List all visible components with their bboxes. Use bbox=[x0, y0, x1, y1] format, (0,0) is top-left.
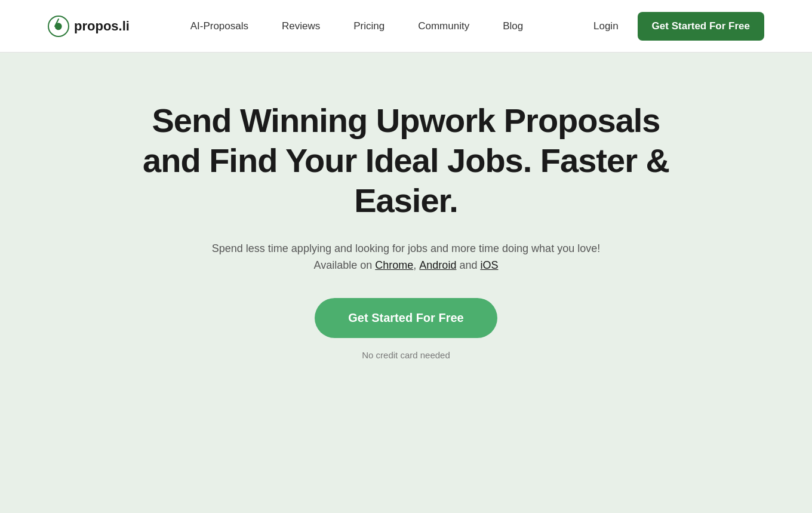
brand-name: propos.li bbox=[74, 19, 130, 34]
logo-link[interactable]: propos.li bbox=[48, 16, 130, 37]
chrome-link[interactable]: Chrome bbox=[375, 259, 413, 271]
nav-links: AI-Proposals Reviews Pricing Community B… bbox=[174, 16, 540, 37]
hero-title: Send Winning Upwork Proposals and Find Y… bbox=[137, 100, 675, 221]
nav-cta-button[interactable]: Get Started For Free bbox=[638, 12, 764, 41]
hero-section: Send Winning Upwork Proposals and Find Y… bbox=[0, 53, 812, 396]
nav-right: Login Get Started For Free bbox=[584, 12, 764, 41]
android-link[interactable]: Android bbox=[419, 259, 456, 271]
login-button[interactable]: Login bbox=[584, 16, 628, 37]
nav-ai-proposals[interactable]: AI-Proposals bbox=[174, 16, 265, 37]
hero-subtitle-comma: , bbox=[413, 259, 416, 271]
no-credit-text: No credit card needed bbox=[362, 350, 450, 360]
hero-subtitle-and: and bbox=[456, 259, 480, 271]
nav-reviews[interactable]: Reviews bbox=[265, 16, 337, 37]
hero-cta-button[interactable]: Get Started For Free bbox=[315, 298, 497, 338]
ios-link[interactable]: iOS bbox=[480, 259, 498, 271]
nav-pricing[interactable]: Pricing bbox=[337, 16, 401, 37]
hero-subtitle: Spend less time applying and looking for… bbox=[197, 240, 615, 275]
nav-community[interactable]: Community bbox=[401, 16, 486, 37]
nav-blog[interactable]: Blog bbox=[486, 16, 540, 37]
logo-icon bbox=[48, 16, 69, 37]
navbar: propos.li AI-Proposals Reviews Pricing C… bbox=[0, 0, 812, 53]
